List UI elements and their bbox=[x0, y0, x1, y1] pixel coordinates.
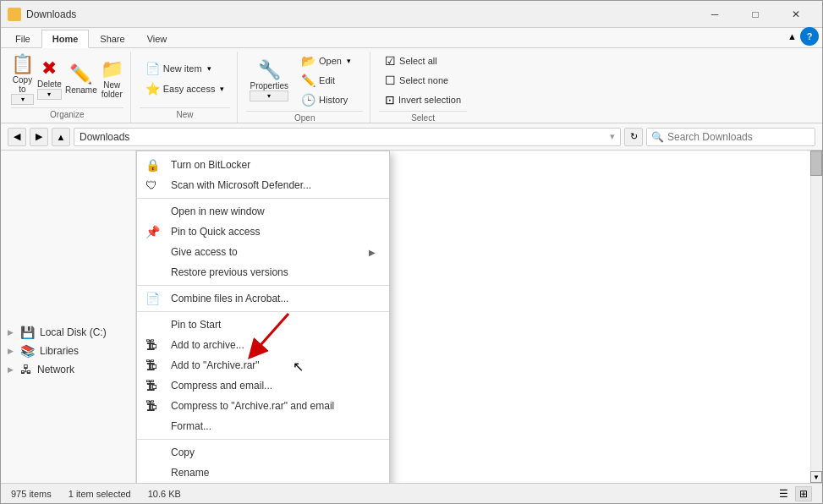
ctx-copy[interactable]: Copy bbox=[137, 442, 389, 463]
status-size: 10.6 KB bbox=[148, 489, 181, 499]
details-view-button[interactable]: ☰ bbox=[775, 486, 792, 501]
ctx-combine-acrobat[interactable]: 📄 Combine files in Acrobat... bbox=[137, 288, 389, 309]
ribbon-group-select: ☑ Select all ☐ Select none ⊡ Invert sele… bbox=[372, 52, 474, 123]
ctx-compress-rar-email[interactable]: 🗜 Compress to "Archive.rar" and email bbox=[137, 396, 389, 416]
ctx-pin-start[interactable]: Pin to Start bbox=[137, 315, 389, 335]
organize-buttons: 📋 Copy to ▾ ✖ Delete ▾ ✏️ Rename bbox=[11, 52, 123, 106]
refresh-button[interactable]: ↻ bbox=[624, 128, 643, 146]
acrobat-icon: 📄 bbox=[145, 292, 160, 305]
sidebar-item-label: Libraries bbox=[40, 345, 79, 357]
chevron-icon: ▶ bbox=[8, 365, 14, 374]
select-label: Select bbox=[379, 111, 467, 123]
open-label: Open bbox=[246, 111, 363, 123]
copy-to-button[interactable]: 📋 Copy to ▾ bbox=[11, 53, 34, 105]
ctx-add-archive[interactable]: 🗜 Add to archive... bbox=[137, 335, 389, 355]
context-menu: 🔒 Turn on BitLocker 🛡 Scan with Microsof… bbox=[136, 151, 390, 483]
new-item-button[interactable]: 📄 New item ▾ bbox=[140, 59, 231, 78]
disk-icon: 💾 bbox=[20, 326, 35, 339]
separator-1 bbox=[137, 198, 389, 199]
separator-4 bbox=[137, 439, 389, 440]
ctx-defender[interactable]: 🛡 Scan with Microsoft Defender... bbox=[137, 175, 389, 195]
rename-button[interactable]: ✏️ Rename bbox=[65, 63, 97, 95]
new-label: New bbox=[140, 107, 231, 119]
sidebar-item-local-disk[interactable]: ▶ 💾 Local Disk (C:) bbox=[1, 323, 135, 342]
ctx-restore-versions[interactable]: Restore previous versions bbox=[137, 262, 389, 282]
ctx-bitlocker[interactable]: 🔒 Turn on BitLocker bbox=[137, 155, 389, 175]
submenu-arrow-icon: ▶ bbox=[369, 248, 376, 257]
ribbon-content: 📋 Copy to ▾ ✖ Delete ▾ ✏️ Rename bbox=[1, 48, 822, 123]
ribbon-group-open: 🔧 Properties ▾ 📂 Open ▾ bbox=[239, 52, 370, 123]
select-none-button[interactable]: ☐ Select none bbox=[379, 71, 467, 90]
scrollbar-down-button[interactable]: ▼ bbox=[810, 471, 822, 483]
separator-3 bbox=[137, 311, 389, 312]
new-folder-button[interactable]: 📁 New folder bbox=[101, 58, 123, 99]
address-dropdown-icon[interactable]: ▾ bbox=[610, 131, 615, 142]
window-controls: ─ □ ✕ bbox=[695, 3, 815, 26]
content-area: ▲ ▼ 🔒 Turn on BitLocker 🛡 Scan bbox=[136, 151, 822, 483]
sidebar-item-label: Network bbox=[37, 364, 74, 375]
ribbon-group-organize: 📋 Copy to ▾ ✖ Delete ▾ ✏️ Rename bbox=[4, 52, 131, 123]
tab-home[interactable]: Home bbox=[41, 30, 90, 48]
ctx-add-archive-rar[interactable]: 🗜 Add to "Archive.rar" bbox=[137, 355, 389, 375]
back-button[interactable]: ◀ bbox=[8, 128, 26, 146]
ctx-format[interactable]: Format... bbox=[137, 416, 389, 436]
scrollbar-thumb[interactable] bbox=[810, 151, 822, 176]
chevron-icon: ▶ bbox=[8, 347, 14, 355]
chevron-icon: ▶ bbox=[8, 328, 14, 337]
ribbon-group-new: 📄 New item ▾ ⭐ Easy access ▾ New bbox=[133, 52, 239, 123]
open-button[interactable]: 📂 Open ▾ bbox=[295, 52, 363, 70]
ctx-give-access[interactable]: Give access to ▶ bbox=[137, 242, 389, 262]
pin-icon: 📌 bbox=[145, 225, 160, 238]
ribbon-collapse-button[interactable]: ▲ bbox=[787, 31, 797, 41]
help-button[interactable]: ? bbox=[800, 27, 819, 46]
open-buttons: 🔧 Properties ▾ 📂 Open ▾ bbox=[246, 52, 363, 109]
ctx-compress-email[interactable]: 🗜 Compress and email... bbox=[137, 375, 389, 396]
title-bar: Downloads ─ □ ✕ bbox=[1, 1, 822, 28]
close-button[interactable]: ✕ bbox=[776, 3, 815, 26]
easy-access-button[interactable]: ⭐ Easy access ▾ bbox=[140, 79, 231, 98]
open-col: 📂 Open ▾ ✏️ Edit 🕒 History bbox=[295, 52, 363, 109]
search-input[interactable] bbox=[646, 128, 815, 146]
sidebar: ▶ 💾 Local Disk (C:) ▶ 📚 Libraries ▶ 🖧 Ne… bbox=[1, 151, 136, 483]
history-button[interactable]: 🕒 History bbox=[295, 90, 363, 109]
organize-label: Organize bbox=[11, 107, 123, 119]
ribbon-tabs: File Home Share View ▲ ? bbox=[1, 28, 822, 48]
status-item-count: 975 items bbox=[11, 489, 52, 499]
tab-file[interactable]: File bbox=[4, 29, 41, 47]
ctx-open-new-window[interactable]: Open in new window bbox=[137, 201, 389, 222]
window: Downloads ─ □ ✕ File Home Share View ▲ ? bbox=[0, 0, 823, 504]
select-all-button[interactable]: ☑ Select all bbox=[379, 52, 467, 70]
address-bar: ◀ ▶ ▲ Downloads ▾ ↻ 🔍 bbox=[1, 123, 822, 151]
delete-button[interactable]: ✖ Delete ▾ bbox=[37, 58, 62, 100]
archive-icon-2: 🗜 bbox=[145, 359, 157, 372]
sidebar-item-libraries[interactable]: ▶ 📚 Libraries bbox=[1, 342, 135, 360]
up-button[interactable]: ▲ bbox=[52, 128, 70, 146]
edit-button[interactable]: ✏️ Edit bbox=[295, 71, 363, 90]
archive-icon-1: 🗜 bbox=[145, 338, 157, 352]
ctx-pin-quick-access[interactable]: 📌 Pin to Quick access bbox=[137, 222, 389, 242]
ctx-rename[interactable]: Rename bbox=[137, 463, 389, 483]
separator-2 bbox=[137, 285, 389, 286]
properties-button[interactable]: 🔧 Properties ▾ bbox=[246, 58, 292, 103]
forward-button[interactable]: ▶ bbox=[30, 128, 48, 146]
window-title: Downloads bbox=[26, 8, 695, 20]
new-buttons: 📄 New item ▾ ⭐ Easy access ▾ bbox=[140, 52, 231, 106]
select-col: ☑ Select all ☐ Select none ⊡ Invert sele… bbox=[379, 52, 467, 109]
bitlocker-icon: 🔒 bbox=[145, 158, 160, 172]
search-wrapper: 🔍 bbox=[646, 128, 815, 146]
invert-selection-button[interactable]: ⊡ Invert selection bbox=[379, 90, 467, 109]
tab-view[interactable]: View bbox=[136, 29, 178, 47]
ribbon: File Home Share View ▲ ? 📋 Copy to ▾ bbox=[1, 28, 822, 123]
sidebar-item-network[interactable]: ▶ 🖧 Network bbox=[1, 360, 135, 379]
maximize-button[interactable]: □ bbox=[736, 3, 775, 26]
address-path[interactable]: Downloads bbox=[80, 131, 610, 143]
archive-icon-3: 🗜 bbox=[145, 379, 157, 392]
archive-icon-4: 🗜 bbox=[145, 399, 157, 413]
scrollbar-track[interactable]: ▲ ▼ bbox=[810, 151, 822, 483]
minimize-button[interactable]: ─ bbox=[695, 3, 734, 26]
large-icons-view-button[interactable]: ⊞ bbox=[795, 486, 812, 501]
tab-share[interactable]: Share bbox=[89, 29, 135, 47]
folder-icon bbox=[8, 8, 21, 21]
status-view-buttons: ☰ ⊞ bbox=[775, 486, 812, 501]
main-area: ▶ 💾 Local Disk (C:) ▶ 📚 Libraries ▶ 🖧 Ne… bbox=[1, 151, 822, 483]
